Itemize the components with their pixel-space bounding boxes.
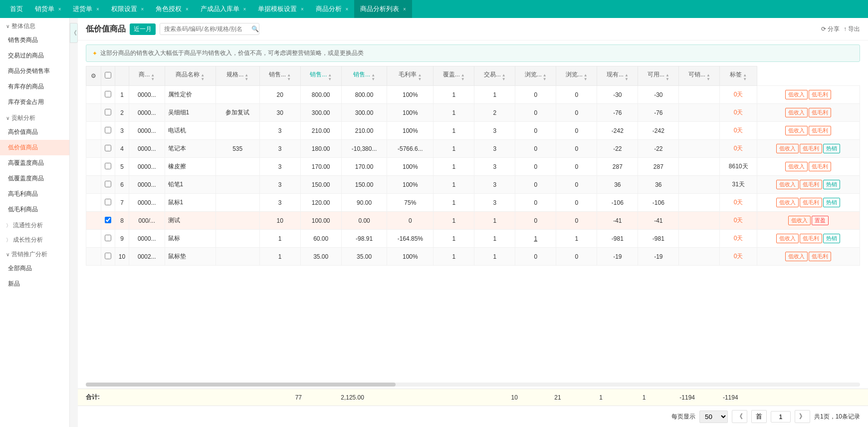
td-view1[interactable]: 0 bbox=[515, 158, 556, 176]
th-view1[interactable]: 浏览...▲▼ bbox=[515, 66, 556, 86]
sidebar-item-high-margin[interactable]: 高毛利商品 bbox=[0, 186, 69, 202]
td-checkbox[interactable] bbox=[101, 122, 115, 140]
per-page-select[interactable]: 50 100 200 bbox=[699, 411, 728, 423]
row-checkbox[interactable] bbox=[105, 163, 111, 169]
row-checkbox[interactable] bbox=[105, 127, 111, 133]
sidebar-group-title-contribution[interactable]: ∨贡献分析 bbox=[0, 110, 69, 124]
sidebar-item-low-margin[interactable]: 低毛利商品 bbox=[0, 202, 69, 217]
pagination: 每页显示 50 100 200 《 首 》 共1页，10条记录 bbox=[78, 406, 868, 427]
next-page-button[interactable]: 》 bbox=[795, 410, 810, 423]
td-view1[interactable]: 0 bbox=[515, 104, 556, 122]
scrollbar-thumb[interactable] bbox=[86, 383, 396, 387]
sidebar-item-low-coverage[interactable]: 低覆盖度商品 bbox=[0, 171, 69, 186]
row-checkbox[interactable] bbox=[105, 253, 111, 259]
prev-page-button[interactable]: 首 bbox=[751, 410, 767, 423]
nav-purchase[interactable]: 进货单 × bbox=[67, 0, 105, 18]
th-sale1[interactable]: 销售...▲▼ bbox=[259, 66, 300, 86]
sidebar-item-stock-products[interactable]: 有库存的商品 bbox=[0, 79, 69, 94]
search-icon[interactable]: 🔍 bbox=[251, 25, 259, 32]
td-view1[interactable]: 0 bbox=[515, 122, 556, 140]
sidebar-group-title-marketing[interactable]: ∨营销推广分析 bbox=[0, 246, 69, 261]
td-view1[interactable]: 0 bbox=[515, 194, 556, 212]
sidebar-collapse-button[interactable]: 《 bbox=[70, 23, 78, 43]
close-icon[interactable]: × bbox=[186, 6, 189, 12]
close-icon[interactable]: × bbox=[243, 6, 246, 12]
th-margin[interactable]: 毛利率▲▼ bbox=[387, 66, 434, 86]
td-view1[interactable]: 0 bbox=[515, 86, 556, 104]
row-checkbox[interactable] bbox=[105, 181, 111, 187]
export-button[interactable]: ↑ 导出 bbox=[844, 25, 860, 33]
sidebar-item-traded[interactable]: 交易过的商品 bbox=[0, 48, 69, 63]
sidebar-group-title-overview[interactable]: ∨整体信息 bbox=[0, 18, 69, 32]
row-checkbox[interactable] bbox=[105, 109, 111, 115]
nav-roles[interactable]: 角色授权 × bbox=[150, 0, 194, 18]
sidebar-group-title-flow[interactable]: 〉流通性分析 bbox=[0, 217, 69, 232]
th-code[interactable]: 商...▲▼ bbox=[129, 66, 165, 86]
sidebar-item-high-value[interactable]: 高价值商品 bbox=[0, 124, 69, 140]
select-all-checkbox[interactable] bbox=[105, 72, 111, 78]
nav-home[interactable]: 首页 bbox=[4, 0, 29, 18]
nav-products-in[interactable]: 产成品入库单 × bbox=[195, 0, 252, 18]
td-view1[interactable]: 0 bbox=[515, 140, 556, 158]
view-link[interactable]: 1 bbox=[534, 235, 537, 242]
filter-button[interactable]: 近一月 bbox=[130, 23, 156, 35]
sidebar-item-all-products[interactable]: 全部商品 bbox=[0, 261, 69, 276]
row-checkbox[interactable] bbox=[105, 91, 111, 97]
sidebar-group-title-growth[interactable]: 〉成长性分析 bbox=[0, 232, 69, 246]
nav-product-analysis-list[interactable]: 商品分析列表 × bbox=[354, 0, 412, 18]
td-view1[interactable]: 0 bbox=[515, 176, 556, 194]
nav-sales[interactable]: 销货单 × bbox=[29, 0, 67, 18]
share-button[interactable]: ⟳ 分享 bbox=[821, 25, 840, 33]
td-checkbox[interactable] bbox=[101, 248, 115, 266]
row-checkbox[interactable] bbox=[105, 145, 111, 151]
close-icon[interactable]: × bbox=[301, 6, 304, 12]
sidebar-item-sales-products[interactable]: 销售类商品 bbox=[0, 32, 69, 48]
td-checkbox[interactable] bbox=[101, 140, 115, 158]
close-icon[interactable]: × bbox=[141, 6, 144, 12]
sidebar-item-stock-capital[interactable]: 库存资金占用 bbox=[0, 94, 69, 110]
td-view1[interactable]: 0 bbox=[515, 212, 556, 230]
nav-product-analysis[interactable]: 商品分析 × bbox=[310, 0, 354, 18]
th-sale3[interactable]: 销售...▲▼ bbox=[341, 66, 387, 86]
td-code: 0000... bbox=[129, 86, 165, 104]
td-checkbox[interactable] bbox=[101, 230, 115, 248]
close-icon[interactable]: × bbox=[403, 6, 406, 12]
td-checkbox[interactable] bbox=[101, 86, 115, 104]
th-name[interactable]: 商品名称▲▼ bbox=[165, 66, 216, 86]
row-checkbox[interactable] bbox=[105, 217, 111, 223]
th-tags[interactable]: 标签▲▼ bbox=[720, 66, 757, 86]
td-checkbox[interactable] bbox=[101, 176, 115, 194]
close-icon[interactable]: × bbox=[96, 6, 99, 12]
td-view1[interactable]: 1 bbox=[515, 230, 556, 248]
close-icon[interactable]: × bbox=[58, 6, 61, 12]
td-sellable bbox=[679, 194, 720, 212]
close-icon[interactable]: × bbox=[345, 6, 348, 12]
nav-template[interactable]: 单据模板设置 × bbox=[252, 0, 309, 18]
row-checkbox[interactable] bbox=[105, 235, 111, 241]
horizontal-scrollbar[interactable] bbox=[86, 383, 860, 387]
sidebar-item-low-value[interactable]: 低价值商品 bbox=[0, 140, 69, 155]
th-checkbox[interactable] bbox=[101, 66, 115, 86]
th-view2[interactable]: 浏览...▲▼ bbox=[556, 66, 597, 86]
td-view1[interactable]: 0 bbox=[515, 248, 556, 266]
th-trade[interactable]: 交易...▲▼ bbox=[474, 66, 515, 86]
sidebar-item-new-products[interactable]: 新品 bbox=[0, 276, 69, 292]
th-stock[interactable]: 现有...▲▼ bbox=[597, 66, 638, 86]
th-gear[interactable]: ⚙ bbox=[86, 66, 101, 86]
td-checkbox[interactable] bbox=[101, 104, 115, 122]
sidebar-item-high-coverage[interactable]: 高覆盖度商品 bbox=[0, 155, 69, 171]
search-input[interactable] bbox=[160, 23, 259, 35]
nav-permissions[interactable]: 权限设置 × bbox=[105, 0, 150, 18]
td-checkbox[interactable] bbox=[101, 212, 115, 230]
row-checkbox[interactable] bbox=[105, 199, 111, 205]
sidebar-item-category-rate[interactable]: 商品分类销售率 bbox=[0, 63, 69, 79]
page-number-input[interactable] bbox=[771, 411, 791, 423]
first-page-button[interactable]: 《 bbox=[732, 410, 747, 423]
th-coverage[interactable]: 覆盖...▲▼ bbox=[434, 66, 474, 86]
th-avail[interactable]: 可用...▲▼ bbox=[638, 66, 679, 86]
th-sellable[interactable]: 可销...▲▼ bbox=[679, 66, 720, 86]
th-spec[interactable]: 规格...▲▼ bbox=[216, 66, 259, 86]
td-checkbox[interactable] bbox=[101, 194, 115, 212]
td-checkbox[interactable] bbox=[101, 158, 115, 176]
th-sale2[interactable]: 销售...▲▼ bbox=[300, 66, 341, 86]
